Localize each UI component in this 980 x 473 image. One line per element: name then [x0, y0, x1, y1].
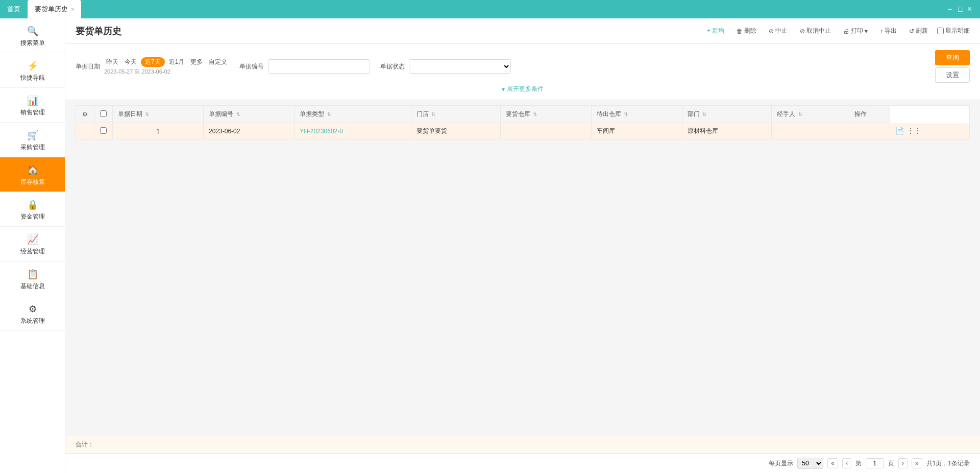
row-store — [500, 123, 591, 139]
sidebar-system-label: 系统管理 — [20, 317, 45, 325]
more-action-button[interactable]: ⋮⋮ — [907, 127, 921, 135]
print-button[interactable]: 🖨 打印 ▾ — [840, 25, 871, 37]
expand-more[interactable]: ▾ 展开更多条件 — [76, 83, 970, 96]
sidebar-item-stock[interactable]: 🏠 库存核算 — [0, 157, 65, 192]
sidebar-item-finance[interactable]: 🔒 资金管理 — [0, 192, 65, 227]
date-7days[interactable]: 近7天 — [141, 57, 165, 67]
print-icon: 🖨 — [843, 28, 849, 35]
date-range-text: 2023-05-27 至 2023-06-02 — [104, 68, 229, 76]
doc-no-link[interactable]: YH-20230602-0 — [300, 128, 343, 135]
status-select[interactable] — [409, 59, 511, 74]
sort-date-icon[interactable]: ⇅ — [145, 111, 149, 117]
window-maximize-icon[interactable]: □ — [958, 5, 963, 14]
col-date: 单据日期 ⇅ — [113, 106, 204, 123]
status-label: 单据状态 — [380, 62, 405, 71]
col-dept: 部门 ⇅ — [682, 106, 772, 123]
query-button[interactable]: 查询 — [935, 50, 970, 65]
export-button[interactable]: ↑ 导出 — [877, 25, 900, 37]
page-prefix: 第 — [855, 459, 862, 468]
sort-handler-icon[interactable]: ⇅ — [798, 111, 802, 117]
top-bar: 首页 要货单历史 × － □ × — [0, 0, 980, 18]
refresh-button[interactable]: ↺ 刷新 — [906, 25, 931, 37]
toolbar: + 新增 🗑 删除 ⊘ 中止 ⊘ 取消中止 🖨 打印 ▾ — [704, 25, 970, 37]
sort-doc-type-icon[interactable]: ⇅ — [327, 111, 331, 117]
window-minimize-icon[interactable]: － — [946, 4, 954, 15]
sidebar-item-sales[interactable]: 📊 销售管理 — [0, 88, 65, 123]
window-close-icon[interactable]: × — [967, 5, 972, 14]
sidebar-item-search[interactable]: 🔍 搜索菜单 — [0, 18, 65, 53]
show-detail-checkbox[interactable] — [937, 28, 944, 34]
row-pending-warehouse: 原材料仓库 — [682, 123, 772, 139]
filter-settings-button[interactable]: 设置 — [935, 67, 970, 83]
delete-button[interactable]: 🗑 删除 — [733, 25, 760, 37]
date-1month[interactable]: 近1月 — [167, 57, 187, 67]
row-checkbox[interactable] — [100, 127, 107, 134]
page-suffix: 页 — [888, 459, 894, 468]
status-filter: 单据状态 — [380, 59, 511, 74]
new-button[interactable]: + 新增 — [704, 25, 727, 37]
sidebar-sales-label: 销售管理 — [20, 108, 45, 117]
row-handler — [849, 123, 890, 139]
cancel-stop-label: 取消中止 — [806, 27, 831, 35]
tab-home[interactable]: 首页 — [0, 0, 28, 18]
table-row[interactable]: 1 2023-06-02 YH-20230602-0 要货单要货 车间库 原材料… — [76, 123, 970, 139]
stop-button[interactable]: ⊘ 中止 — [766, 25, 791, 37]
sidebar-item-ops[interactable]: 📈 经营管理 — [0, 227, 65, 262]
date-filter-label: 单据日期 — [76, 62, 100, 71]
doc-no-input[interactable] — [268, 59, 370, 74]
date-more[interactable]: 更多 — [188, 57, 205, 67]
sidebar-item-base[interactable]: 📋 基础信息 — [0, 262, 65, 296]
data-table: ⚙ 单据日期 ⇅ 单据编号 ⇅ — [76, 105, 970, 139]
filter-area: 单据日期 昨天 今天 近7天 近1月 更多 自定义 2023-05-27 至 2… — [65, 44, 980, 100]
doc-no-filter: 单据编号 — [239, 59, 370, 74]
sidebar-item-purchase[interactable]: 🛒 采购管理 — [0, 123, 65, 157]
sidebar-item-shortcut[interactable]: ⚡ 快捷导航 — [0, 53, 65, 88]
refresh-button-label: 刷新 — [916, 27, 928, 35]
tab-requisition-label: 要货单历史 — [35, 5, 68, 14]
sidebar-item-system[interactable]: ⚙ 系统管理 — [0, 296, 65, 331]
tab-requisition-history[interactable]: 要货单历史 × — [28, 0, 81, 18]
cancel-stop-button[interactable]: ⊘ 取消中止 — [797, 25, 834, 37]
last-page-button[interactable]: » — [912, 458, 922, 468]
date-custom[interactable]: 自定义 — [207, 57, 229, 67]
prev-page-button[interactable]: ‹ — [842, 458, 851, 468]
print-button-label: 打印 — [851, 27, 863, 35]
doc-no-label: 单据编号 — [239, 62, 264, 71]
show-detail-toggle[interactable]: 显示明细 — [937, 27, 970, 35]
per-page-select[interactable]: 50 100 200 — [797, 458, 823, 469]
view-action-button[interactable]: 📄 — [895, 127, 904, 135]
sidebar: 🔍 搜索菜单 ⚡ 快捷导航 📊 销售管理 🛒 采购管理 🏠 库存核算 🔒 资金管… — [0, 18, 65, 473]
col-handler: 经手人 ⇅ — [772, 106, 849, 123]
table-body: 1 2023-06-02 YH-20230602-0 要货单要货 车间库 原材料… — [76, 123, 970, 139]
col-check — [94, 106, 113, 123]
sort-dept-icon[interactable]: ⇅ — [702, 111, 706, 117]
page-number-input[interactable] — [866, 458, 884, 468]
select-all-checkbox[interactable] — [100, 110, 107, 117]
summary-label: 合计： — [76, 441, 94, 448]
date-yesterday[interactable]: 昨天 — [104, 57, 120, 67]
base-icon: 📋 — [27, 269, 38, 280]
col-settings[interactable]: ⚙ — [76, 106, 94, 123]
purchase-icon: 🛒 — [27, 130, 38, 141]
tab-close-icon[interactable]: × — [71, 6, 74, 12]
first-page-button[interactable]: « — [827, 458, 838, 468]
sort-pending-wh-icon[interactable]: ⇅ — [624, 111, 628, 117]
date-today[interactable]: 今天 — [122, 57, 139, 67]
print-dropdown-icon: ▾ — [865, 28, 868, 35]
row-action: 📄 ⋮⋮ — [890, 123, 970, 139]
row-check — [94, 123, 113, 139]
sort-doc-no-icon[interactable]: ⇅ — [236, 111, 240, 117]
next-page-button[interactable]: › — [898, 458, 908, 468]
date-group: 昨天 今天 近7天 近1月 更多 自定义 2023-05-27 至 2023-0… — [104, 57, 229, 76]
sales-icon: 📊 — [27, 95, 38, 106]
top-bar-right: － □ × — [946, 4, 980, 15]
tab-home-label: 首页 — [7, 5, 20, 14]
row-settings — [76, 123, 94, 139]
filter-actions: 查询 设置 — [935, 50, 970, 83]
footer-summary: 合计： — [65, 436, 980, 453]
col-pending-warehouse: 待出仓库 ⇅ — [592, 106, 682, 123]
sort-req-wh-icon[interactable]: ⇅ — [533, 111, 537, 117]
pagination: 每页显示 50 100 200 « ‹ 第 页 › » 共1页，1条记录 — [65, 453, 980, 473]
col-action: 操作 — [849, 106, 890, 123]
sort-store-icon[interactable]: ⇅ — [431, 111, 435, 117]
